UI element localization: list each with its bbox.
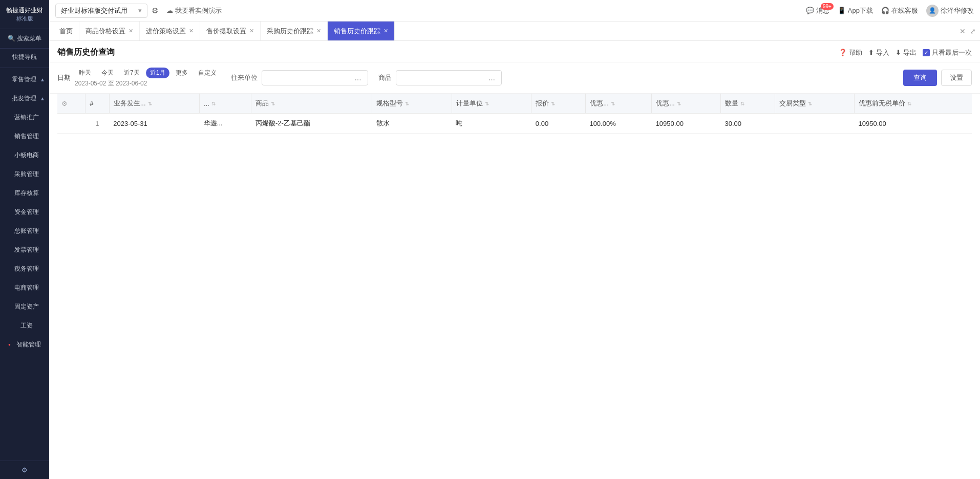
col-date[interactable]: 业务发生... ⇅ (109, 94, 199, 114)
sidebar-item-marketing[interactable]: 营销推广 (0, 108, 49, 127)
date-option-more[interactable]: 更多 (172, 68, 192, 78)
main-area: 好业财标准版交付试用 ▾ ⚙ ☁ 我要看实例演示 💬 消息 99+ 📱 App下… (49, 0, 980, 479)
version-selector[interactable]: 好业财标准版交付试用 ▾ (55, 4, 147, 18)
sidebar-item-payroll[interactable]: 工资 (0, 316, 49, 335)
content-area: 销售历史价查询 ❓ 帮助 ⬆ 导入 ⬇ 导出 ✓ 只看最后一次 (49, 41, 980, 479)
date-option-1month[interactable]: 近1月 (146, 68, 170, 78)
col-unit-label: 计量单位 (456, 99, 483, 108)
tab-label: 首页 (59, 27, 73, 36)
col-trade-type-label: 交易类型 (779, 99, 806, 108)
col-discount-pct[interactable]: 优惠... ⇅ (585, 94, 651, 114)
date-option-yesterday[interactable]: 昨天 (75, 68, 95, 78)
col-pretax-price[interactable]: 优惠前无税单价 ⇅ (855, 94, 972, 114)
tab-close-icon[interactable]: ✕ (384, 28, 388, 34)
export-link[interactable]: ⬇ 导出 (896, 48, 917, 57)
sidebar-item-purchase[interactable]: 采购管理 (0, 165, 49, 184)
sidebar-item-fixed-assets[interactable]: 固定资产 (0, 297, 49, 316)
col-quantity[interactable]: 数量 ⇅ (720, 94, 775, 114)
col-spec[interactable]: 规格型号 ⇅ (372, 94, 452, 114)
tab-price-extract[interactable]: 售价提取设置 ✕ (200, 21, 261, 41)
date-option-today[interactable]: 今天 (97, 68, 118, 78)
sidebar-quick-nav[interactable]: 快捷导航 (0, 49, 49, 66)
date-filter-label: 日期 (57, 73, 71, 82)
app-name: 畅捷通好业财 (6, 6, 43, 15)
sort-icon: ⇅ (148, 101, 152, 106)
import-link[interactable]: ⬆ 导入 (868, 48, 889, 57)
sidebar-search[interactable]: 🔍 搜索菜单 (0, 29, 49, 49)
user-menu-btn[interactable]: 👤 徐泽华修改 (926, 5, 974, 17)
sidebar-item-sales[interactable]: 销售管理 (0, 127, 49, 146)
tab-close-icon[interactable]: ✕ (249, 28, 254, 34)
help-link[interactable]: ❓ 帮助 (839, 48, 862, 57)
query-button[interactable]: 查询 (903, 70, 937, 86)
tab-close-icon[interactable]: ✕ (316, 28, 321, 34)
avatar-icon: 👤 (926, 5, 939, 17)
from-unit-input-wrap[interactable]: ... (262, 70, 368, 85)
product-input-wrap[interactable]: ... (396, 70, 502, 85)
cell-price: 0.00 (531, 114, 586, 134)
table-container: ⚙ # 业务发生... ⇅ ... ⇅ (49, 94, 980, 134)
product-dots[interactable]: ... (486, 72, 497, 83)
from-unit-label: 往来单位 (231, 73, 258, 82)
tab-close-icon[interactable]: ✕ (129, 28, 133, 34)
settings-icon[interactable]: ⚙ (152, 6, 158, 15)
tab-product-price[interactable]: 商品价格设置 ✕ (79, 21, 140, 41)
page-header: 销售历史价查询 ❓ 帮助 ⬆ 导入 ⬇ 导出 ✓ 只看最后一次 (49, 41, 980, 62)
sort-icon: ⇅ (405, 101, 409, 106)
message-btn[interactable]: 💬 消息 99+ (806, 6, 829, 15)
app-download-btn[interactable]: 📱 App下载 (838, 6, 873, 15)
from-unit-input[interactable] (266, 74, 352, 82)
sidebar-item-ecommerce-small[interactable]: 小畅电商 (0, 146, 49, 165)
online-service-btn[interactable]: 🎧 在线客服 (881, 6, 918, 15)
sidebar-item-retail[interactable]: 零售管理 ▲ (0, 70, 49, 89)
sort-icon: ⇅ (677, 101, 681, 106)
from-unit-dots[interactable]: ... (352, 72, 363, 83)
tab-home[interactable]: 首页 (53, 21, 79, 41)
sidebar-item-inventory[interactable]: 库存核算 (0, 184, 49, 203)
table-settings-icon[interactable]: ⚙ (61, 100, 68, 107)
col-settings[interactable]: ⚙ (57, 94, 86, 114)
product-filter-group: 商品 ... (378, 70, 502, 85)
sidebar-item-finance[interactable]: 资金管理 (0, 203, 49, 222)
export-icon: ⬇ (896, 49, 901, 56)
sidebar-item-ai[interactable]: 智能管理 (0, 335, 49, 354)
date-option-custom[interactable]: 自定义 (194, 68, 221, 78)
col-date-label: 业务发生... (114, 99, 146, 108)
expand-window-icon[interactable]: ⤢ (970, 27, 976, 35)
sidebar-item-invoice[interactable]: 发票管理 (0, 241, 49, 259)
tab-sales-history[interactable]: 销售历史价跟踪 ✕ (328, 21, 395, 41)
only-last-checkbox[interactable]: ✓ 只看最后一次 (923, 48, 972, 57)
settings-button[interactable]: 设置 (941, 70, 972, 86)
demo-link[interactable]: ☁ 我要看实例演示 (166, 6, 222, 15)
col-unit[interactable]: 计量单位 ⇅ (452, 94, 531, 114)
col-extra[interactable]: ... ⇅ (200, 94, 251, 114)
col-discount-pct-label: 优惠... (590, 99, 609, 108)
sidebar-logo: 畅捷通好业财 标准版 (0, 0, 49, 29)
message-icon: 💬 (806, 7, 814, 14)
date-option-7days[interactable]: 近7天 (120, 68, 144, 78)
col-num: # (86, 94, 110, 114)
tab-cost-strategy[interactable]: 进价策略设置 ✕ (140, 21, 200, 41)
page-title: 销售历史价查询 (57, 47, 115, 58)
cell-discount-val: 10950.00 (652, 114, 721, 134)
sidebar-settings-btn[interactable]: ⚙ (0, 461, 49, 479)
col-price[interactable]: 报价 ⇅ (531, 94, 586, 114)
sidebar-item-ledger[interactable]: 总账管理 (0, 222, 49, 241)
close-window-icon[interactable]: ✕ (960, 27, 966, 35)
col-extra-label: ... (204, 100, 209, 107)
product-input[interactable] (400, 74, 486, 82)
sort-icon: ⇅ (551, 101, 555, 106)
tab-close-icon[interactable]: ✕ (189, 28, 194, 34)
sidebar-item-wholesale[interactable]: 批发管理 ▲ (0, 89, 49, 108)
cell-trade-type (775, 114, 854, 134)
tab-purchase-history[interactable]: 采购历史价跟踪 ✕ (261, 21, 328, 41)
sidebar-item-tax[interactable]: 税务管理 (0, 259, 49, 278)
sidebar-item-ecommerce[interactable]: 电商管理 (0, 278, 49, 297)
sort-icon: ⇅ (808, 101, 812, 106)
sort-icon: ⇅ (907, 101, 911, 106)
col-discount-val[interactable]: 优惠... ⇅ (652, 94, 721, 114)
col-trade-type[interactable]: 交易类型 ⇅ (775, 94, 854, 114)
col-product[interactable]: 商品 ⇅ (251, 94, 372, 114)
col-pretax-price-label: 优惠前无税单价 (859, 99, 905, 108)
sort-icon: ⇅ (485, 101, 489, 106)
